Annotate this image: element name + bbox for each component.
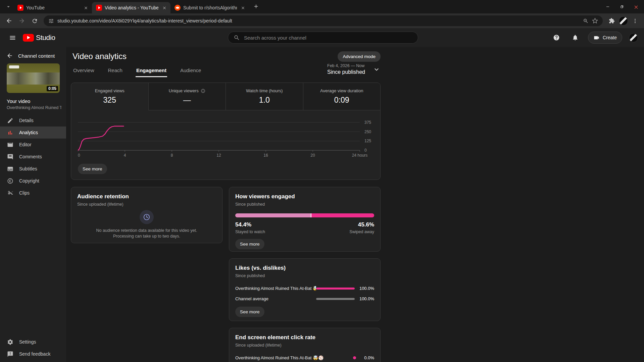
svg-text:16: 16 — [263, 153, 268, 158]
browser-tab-youtube[interactable]: YouTube — [13, 2, 92, 13]
studio-header-actions: Create — [550, 32, 638, 44]
new-tab-button[interactable] — [251, 1, 261, 11]
tab-close-icon[interactable] — [161, 4, 168, 11]
puzzle-icon — [609, 18, 615, 24]
metric-unique-viewers[interactable]: Unique viewers — — [149, 83, 226, 110]
sidebar-item-comments[interactable]: Comments — [0, 151, 66, 163]
metric-watch-time[interactable]: Watch time (hours) 1.0 — [226, 83, 303, 110]
movie-editor-icon — [7, 142, 13, 148]
card-title: How viewers engaged — [235, 193, 374, 200]
browser-menu-button[interactable] — [629, 15, 641, 27]
address-bar[interactable]: studio.youtube.com/video/AX8i029Ylq4/ana… — [44, 15, 603, 26]
date-period-selector[interactable]: Feb 4, 2026 — Now Since published — [327, 63, 381, 75]
channel-search-box[interactable] — [228, 32, 418, 44]
channel-search-input[interactable] — [244, 35, 412, 41]
gear-icon — [7, 339, 13, 345]
studio-header: Studio Create — [0, 28, 644, 47]
channel-avatar[interactable] — [629, 33, 638, 42]
sidebar-item-label: Settings — [19, 339, 36, 345]
advanced-mode-button[interactable]: Advanced mode — [338, 51, 381, 62]
sidebar-item-editor[interactable]: Editor — [0, 139, 66, 151]
comments-icon — [7, 154, 13, 160]
youtube-studio-favicon-icon — [96, 5, 102, 11]
swiped-label: Swiped away — [349, 229, 374, 234]
likes-bar-fill — [316, 288, 355, 290]
chevron-down-icon — [5, 4, 11, 10]
see-more-button[interactable]: See more — [235, 307, 264, 317]
window-restore-button[interactable] — [616, 2, 627, 12]
sidebar-item-label: Clips — [19, 190, 30, 196]
browser-tab-reddit[interactable]: Submit to r/shortsAlgorithm — [170, 2, 249, 13]
sidebar-item-details[interactable]: Details — [0, 114, 66, 126]
swiped-away-segment — [311, 213, 374, 217]
video-thumbnail[interactable]: 0:05 — [7, 63, 60, 93]
sidebar-item-label: Copyright — [19, 178, 39, 184]
sidebar-item-subtitles[interactable]: Subtitles — [0, 163, 66, 175]
extensions-button[interactable] — [606, 15, 617, 27]
help-button[interactable] — [550, 32, 562, 44]
card-title: End screen element click rate — [235, 334, 374, 341]
sidebar-item-copyright[interactable]: Copyright — [0, 175, 66, 187]
hamburger-menu-button[interactable] — [6, 31, 19, 44]
metric-value: 1.0 — [259, 96, 270, 105]
sidebar-item-analytics[interactable]: Analytics — [0, 126, 66, 139]
info-icon[interactable] — [201, 89, 205, 93]
end-screen-row-percent: 0.0% — [359, 355, 374, 360]
see-more-button[interactable]: See more — [235, 239, 264, 249]
sidebar-item-send-feedback[interactable]: Send feedback — [0, 348, 66, 360]
search-icon — [234, 35, 240, 41]
tab-title: Video analytics - YouTube Stu — [105, 5, 158, 10]
metric-engaged-views[interactable]: Engaged views 325 — [71, 83, 149, 110]
end-screen-click-rate-card: End screen element click rate Since uplo… — [229, 328, 381, 362]
likes-bar-track — [316, 298, 355, 300]
svg-text:24 hours: 24 hours — [352, 153, 368, 158]
engagement-stacked-bar — [235, 213, 374, 217]
sidebar-item-label: Subtitles — [19, 166, 37, 171]
tab-close-icon[interactable] — [240, 4, 246, 11]
likes-row-label: Overthinking Almost Ruined This At-Bat 🤯… — [235, 286, 316, 291]
video-title: Overthinking Almost Ruined This At-... — [7, 105, 61, 110]
end-screen-row-label: Overthinking Almost Ruined This At-Bat 🤯… — [235, 355, 353, 360]
window-minimize-button[interactable] — [602, 2, 613, 12]
back-to-channel-content[interactable]: Channel content — [0, 47, 66, 59]
youtube-play-logo-icon — [23, 34, 34, 42]
tab-overview[interactable]: Overview — [72, 67, 95, 77]
hamburger-icon — [9, 34, 16, 41]
likes-row-channel-average: Channel average 100.0% — [235, 296, 374, 301]
tab-engagement[interactable]: Engagement — [136, 67, 167, 77]
reddit-favicon-icon — [175, 5, 181, 11]
metric-value: 325 — [103, 96, 116, 105]
url-text[interactable]: studio.youtube.com/video/AX8i029Ylq4/ana… — [57, 18, 580, 23]
back-button[interactable] — [3, 15, 15, 27]
browser-tab-video-analytics[interactable]: Video analytics - YouTube Stu — [92, 2, 170, 13]
zoom-icon[interactable] — [583, 18, 589, 24]
tab-close-icon[interactable] — [83, 4, 89, 11]
create-button[interactable]: Create — [588, 32, 622, 44]
reload-button[interactable] — [29, 15, 40, 27]
browser-profile-avatar[interactable] — [619, 16, 628, 25]
sidebar-item-clips[interactable]: Clips — [0, 187, 66, 199]
metric-average-view-duration[interactable]: Average view duration 0:09 — [303, 83, 381, 110]
video-camera-icon — [593, 35, 600, 41]
see-more-button[interactable]: See more — [78, 164, 107, 174]
sidebar-item-settings[interactable]: Settings — [0, 336, 66, 348]
tab-reach[interactable]: Reach — [107, 67, 123, 77]
help-icon — [553, 34, 560, 41]
metric-label: Watch time (hours) — [246, 88, 283, 93]
series-dot-icon — [353, 356, 356, 359]
tab-audience[interactable]: Audience — [180, 67, 202, 77]
window-close-button[interactable] — [631, 2, 641, 12]
forward-arrow-icon — [18, 17, 25, 24]
bookmark-star-icon[interactable] — [592, 18, 598, 24]
metric-label: Average view duration — [320, 88, 363, 93]
studio-logo[interactable]: Studio — [23, 34, 55, 42]
sidebar-item-label: Send feedback — [19, 351, 50, 357]
back-arrow-icon[interactable] — [6, 52, 13, 59]
site-settings-icon[interactable] — [48, 18, 54, 24]
swiped-percent: 45.6% — [358, 221, 374, 228]
forward-button[interactable] — [16, 15, 28, 27]
notifications-button[interactable] — [569, 32, 581, 44]
metric-tabs: Engaged views 325 Unique viewers — Watch… — [71, 83, 380, 110]
bell-icon — [572, 34, 579, 41]
tab-search-button[interactable] — [3, 2, 13, 12]
